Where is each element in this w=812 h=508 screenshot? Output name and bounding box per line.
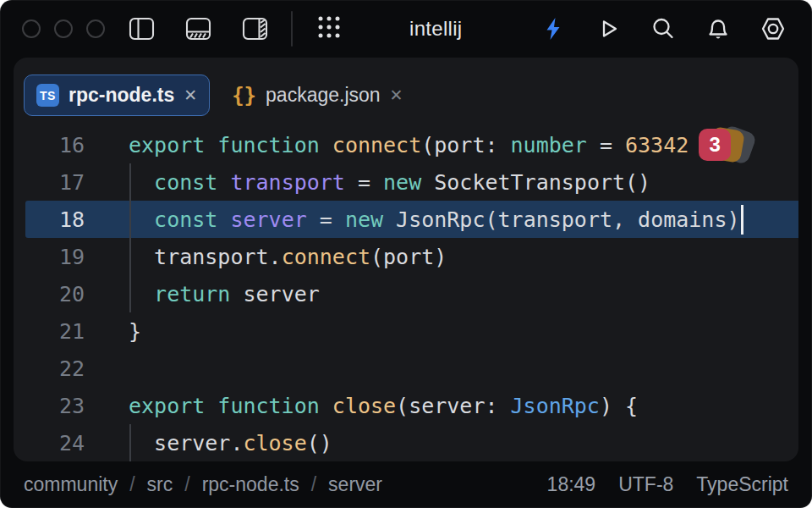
token-function: close (243, 431, 306, 456)
code-text[interactable]: transport.connect(port) (129, 245, 447, 269)
token-plain (217, 207, 230, 232)
line-number[interactable]: 20 (14, 282, 85, 306)
tab-label: package.json (266, 84, 381, 107)
typescript-file-icon: TS (36, 84, 59, 107)
token-keyword: number (511, 133, 587, 157)
breadcrumb-separator: / (311, 473, 316, 496)
token-variable: transport (230, 170, 344, 195)
line-number[interactable]: 21 (14, 319, 85, 344)
token-function: connect (332, 133, 421, 157)
toggle-left-panel-icon[interactable] (129, 17, 155, 41)
traffic-lights (22, 19, 105, 38)
code-text[interactable]: server.close() (129, 431, 332, 456)
window-close-button[interactable] (22, 19, 41, 38)
line-number[interactable]: 19 (14, 245, 85, 269)
status-item[interactable]: TypeScript (696, 473, 788, 496)
token-function: close (332, 394, 396, 418)
code-line-18[interactable]: 18 const server = new JsonRpc(transport,… (14, 201, 798, 238)
code-line-24[interactable]: 24 server.close() (14, 424, 798, 461)
tab-package-json[interactable]: {} package.json ✕ (220, 75, 414, 116)
token-plain: = (587, 133, 625, 157)
status-item[interactable]: 18:49 (547, 473, 596, 496)
breadcrumb-item[interactable]: rpc-node.ts (202, 473, 299, 496)
token-keyword: const (154, 170, 217, 195)
breadcrumb-item[interactable]: server (328, 473, 382, 496)
code-text[interactable]: export function close(server: JsonRpc) { (129, 394, 638, 418)
titlebar-actions (540, 15, 787, 42)
token-plain: = (307, 207, 345, 232)
code-text[interactable]: return server (129, 282, 320, 306)
notifications-bell-icon[interactable] (705, 15, 732, 42)
token-plain: (port) (370, 245, 447, 269)
code-text[interactable]: const server = new JsonRpc(transport, do… (129, 205, 743, 235)
token-variable: server (230, 207, 306, 232)
status-bar: community/src/rpc-node.ts/server 18:49UT… (0, 461, 812, 508)
token-keyword: export function (129, 133, 332, 157)
token-plain: SocketTransport() (421, 170, 650, 195)
token-plain (217, 170, 230, 195)
line-number[interactable]: 16 (14, 133, 85, 157)
token-keyword: return (154, 282, 230, 306)
token-function: connect (282, 245, 370, 269)
usages-badge-stack[interactable]: 3 (699, 128, 760, 162)
code-line-16[interactable]: 16export function connect(port: number =… (14, 126, 798, 163)
editor-panel: TS rpc-node.ts ✕ {} package.json ✕ 16exp… (14, 58, 798, 461)
token-plain: server. (129, 431, 243, 456)
json-file-icon: {} (232, 84, 256, 108)
token-plain (129, 282, 154, 306)
titlebar: intellij (0, 0, 812, 58)
token-keyword: new (345, 207, 383, 232)
tab-close-icon[interactable]: ✕ (184, 87, 197, 103)
token-keyword: new (383, 170, 421, 195)
app-window: intellij (0, 0, 812, 508)
window-zoom-button[interactable] (86, 19, 105, 38)
token-plain: (server: (396, 394, 510, 418)
tab-label: rpc-node.ts (69, 84, 174, 107)
search-icon[interactable] (650, 15, 677, 42)
breadcrumb-separator: / (184, 473, 189, 496)
toggle-right-panel-icon[interactable] (242, 17, 268, 41)
tab-close-icon[interactable]: ✕ (390, 87, 403, 103)
token-plain: transport. (129, 245, 282, 269)
token-type: JsonRpc (511, 394, 600, 418)
badge-count: 3 (699, 129, 731, 161)
ai-assistant-icon[interactable] (540, 15, 567, 42)
tab-rpc-node-ts[interactable]: TS rpc-node.ts ✕ (24, 75, 210, 116)
code-line-22[interactable]: 22 (14, 350, 798, 387)
token-plain: server (230, 282, 319, 306)
breadcrumb: community/src/rpc-node.ts/server (24, 473, 382, 496)
breadcrumb-item[interactable]: community (24, 473, 118, 496)
code-text[interactable]: export function connect(port: number = 6… (129, 128, 760, 162)
token-plain: () (307, 431, 332, 456)
status-widgets: 18:49UTF-8TypeScript (547, 473, 788, 496)
token-plain (129, 170, 154, 195)
line-number[interactable]: 22 (14, 356, 85, 381)
breadcrumb-separator: / (129, 473, 134, 496)
token-keyword: export function (129, 394, 332, 418)
titlebar-divider (291, 11, 293, 47)
line-number[interactable]: 24 (14, 431, 85, 456)
token-plain: = (345, 170, 383, 195)
code-text[interactable]: } (129, 319, 141, 344)
toggle-bottom-panel-icon[interactable] (185, 17, 211, 41)
status-item[interactable]: UTF-8 (618, 473, 673, 496)
line-number[interactable]: 18 (14, 207, 85, 232)
run-icon[interactable] (595, 15, 622, 42)
code-line-20[interactable]: 20 return server (14, 275, 798, 312)
app-grid-icon[interactable] (315, 13, 343, 45)
token-plain: (port: (421, 133, 510, 157)
breadcrumb-item[interactable]: src (147, 473, 173, 496)
code-area[interactable]: 16export function connect(port: number =… (14, 126, 798, 461)
window-minimize-button[interactable] (54, 19, 73, 38)
code-line-21[interactable]: 21} (14, 312, 798, 350)
code-line-19[interactable]: 19 transport.connect(port) (14, 238, 798, 275)
code-line-17[interactable]: 17 const transport = new SocketTransport… (14, 163, 798, 201)
code-line-23[interactable]: 23export function close(server: JsonRpc)… (14, 387, 798, 424)
panel-toggle-group (129, 17, 268, 41)
line-number[interactable]: 23 (14, 394, 85, 418)
code-text[interactable]: const transport = new SocketTransport() (129, 170, 650, 195)
settings-icon[interactable] (760, 15, 787, 42)
text-caret (741, 205, 743, 235)
line-number[interactable]: 17 (14, 170, 85, 195)
window-title: intellij (409, 17, 462, 41)
